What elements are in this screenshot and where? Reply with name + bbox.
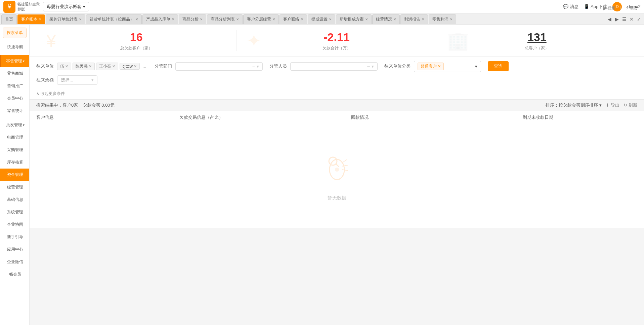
unit-tag-0: 伍 ✕ — [57, 63, 71, 70]
tab-home[interactable]: 首页 — [1, 14, 17, 24]
unit-class-select[interactable]: 普通客户 ✕ ▾ — [414, 61, 481, 72]
message-icon: 💬 — [563, 4, 568, 9]
stat-debt-amount: ✦ -2.11 欠款合计（万） — [237, 30, 437, 51]
tab-close-btn[interactable]: ✕ — [172, 17, 174, 21]
tab-menu-btn[interactable]: ☰ — [620, 15, 628, 23]
stat-value-debt-amount: -2.11 — [324, 30, 350, 44]
logo-text: 畅捷通好生意 标版 — [17, 2, 40, 11]
sidebar-item-new-guide[interactable]: 新手引导 — [0, 231, 29, 243]
chevron-icon: ▾ — [23, 59, 25, 63]
content-area: ¥ 16 总欠款客户（家） ✦ -2.11 欠款合计（万） 🏢 131 总客户（… — [30, 25, 644, 325]
remove-unit-tag-1[interactable]: ✕ — [89, 64, 92, 69]
department-select[interactable]: ··· ▾ — [175, 62, 263, 71]
query-btn[interactable]: 查询 — [488, 61, 509, 71]
tab-customer-balance[interactable]: 客户账本 ✕ — [17, 14, 45, 24]
sidebar-item-retail-mgmt[interactable]: 零售管理 ▾ — [0, 55, 29, 67]
tab-close-btn[interactable]: ✕ — [450, 17, 453, 21]
sidebar-item-batch-mgmt[interactable]: 批发管理 ▾ — [0, 119, 29, 131]
tab-close-btn[interactable]: ✕ — [301, 17, 303, 21]
tab-product-inbound[interactable]: 产成品入库单 ✕ — [142, 14, 178, 24]
sidebar-item-finance[interactable]: 资金管理 — [0, 169, 29, 181]
tab-bar: 首页 客户账本 ✕ 采购订单统计表 ✕ 进货单统计表（按商品） ✕ 产成品入库单… — [0, 13, 644, 25]
tab-next-btn[interactable]: ▶ — [613, 15, 620, 23]
sidebar-item-quick-nav[interactable]: 快捷导航 — [0, 41, 29, 53]
tab-close-btn[interactable]: ✕ — [135, 17, 138, 21]
remove-unit-tag-2[interactable]: ✕ — [112, 64, 115, 69]
remain-amount-select[interactable]: 选择... ▾ — [57, 75, 97, 85]
sidebar-item-member-center[interactable]: 会员中心 — [0, 92, 29, 105]
tab-product-analysis-list[interactable]: 商品分析列表 ✕ — [207, 14, 243, 24]
export-btn[interactable]: ⬇ 导出 — [606, 102, 619, 108]
tab-prev-btn[interactable]: ◀ — [606, 15, 613, 23]
filter-row-1: 往来单位 伍 ✕ 陈民强 ✕ 王小亮 ✕ cjttcw — [36, 61, 637, 72]
tab-close-btn[interactable]: ✕ — [79, 17, 82, 21]
sidebar-item-retail-mall[interactable]: 零售商城 — [0, 67, 29, 80]
unit-class-arrow: ▾ — [475, 64, 477, 69]
remain-amount-arrow: ▾ — [91, 77, 94, 82]
dept-more-btn[interactable]: ··· — [252, 65, 255, 68]
refresh-btn[interactable]: ↻ 刷新 — [624, 102, 637, 108]
tab-purchase-order-stats[interactable]: 采购订单统计表 ✕ — [46, 14, 85, 24]
sidebar-item-enterprise-wechat[interactable]: 企业微信 — [0, 256, 29, 268]
search-menu-btn[interactable]: 搜索菜单 — [3, 28, 27, 38]
staff-more-btn[interactable]: ··· — [367, 65, 370, 68]
sidebar-item-enterprise-collab[interactable]: 企业协同 — [0, 218, 29, 231]
col-header-repay: 回款情况 — [351, 114, 523, 120]
unit-label: 往来单位 — [36, 63, 54, 69]
tab-close-btn[interactable]: ✕ — [39, 17, 41, 21]
tab-close-btn[interactable]: ✕ — [272, 17, 275, 21]
unit-tag-3: cjttcw ✕ — [120, 63, 140, 70]
sidebar-item-retail-stats[interactable]: 零售统计 — [0, 105, 29, 117]
tab-close-all-btn[interactable]: ✕ — [628, 15, 635, 23]
tab-customer-contact[interactable]: 客户联络 ✕ — [280, 14, 307, 24]
unit-tags-more[interactable]: ... — [141, 63, 148, 70]
tab-close-btn[interactable]: ✕ — [329, 17, 332, 21]
tab-expand-btn[interactable]: ⤢ — [635, 15, 643, 23]
sidebar-item-basic-info[interactable]: 基础信息 — [0, 193, 29, 206]
department-label: 分管部门 — [155, 63, 172, 69]
sidebar-item-app-center[interactable]: 应用中心 — [0, 243, 29, 256]
collapse-btn[interactable]: ∧ 收起更多条件 — [36, 88, 637, 99]
sidebar-item-purchase-mgmt[interactable]: 采购管理 — [0, 144, 29, 156]
refresh-icon: ↻ — [624, 103, 627, 108]
message-btn[interactable]: 💬 消息 — [563, 4, 578, 10]
stat-icon-1: ¥ — [46, 31, 56, 51]
tab-retail-profit[interactable]: 零售利润 ✕ — [429, 14, 456, 24]
staff-label: 分管人员 — [269, 63, 287, 69]
sidebar-item-marketing[interactable]: 营销推广 — [0, 80, 29, 92]
filter-row-2: 往来余额 选择... ▾ — [36, 75, 637, 85]
collapse-icon: ∧ — [36, 91, 39, 96]
tab-close-btn[interactable]: ✕ — [422, 17, 424, 21]
stat-value-debt-customers: 16 — [130, 30, 143, 44]
remove-unit-tag-0[interactable]: ✕ — [65, 64, 68, 69]
col-header-date: 到期未收款日期 — [523, 114, 637, 120]
stat-icon-2: ✦ — [247, 31, 261, 51]
col-header-customer: 客户信息 — [36, 114, 179, 120]
tab-close-btn[interactable]: ✕ — [365, 17, 368, 21]
tab-close-btn[interactable]: ✕ — [393, 17, 396, 21]
sidebar-item-system-mgmt[interactable]: 系统管理 — [0, 206, 29, 218]
tab-product-analysis[interactable]: 商品分析 ✕ — [179, 14, 206, 24]
remove-unit-class-tag[interactable]: ✕ — [438, 64, 441, 69]
tab-close-btn[interactable]: ✕ — [200, 17, 203, 21]
remove-unit-tag-3[interactable]: ✕ — [134, 64, 137, 69]
system-select[interactable]: 母婴行业演示帐套 ▾ — [43, 2, 89, 11]
tab-new-improve[interactable]: 新增提成方案 ✕ — [336, 14, 372, 24]
sort-select[interactable]: 排序：按欠款金额倒序排序 ▾ — [546, 102, 602, 108]
sidebar-item-vip-member[interactable]: 畅会员 — [0, 268, 29, 281]
tab-customer-tier[interactable]: 客户分层经营 ✕ — [243, 14, 279, 24]
staff-select[interactable]: ··· ▾ — [290, 62, 378, 71]
sidebar-item-ops-mgmt[interactable]: 经营管理 — [0, 181, 29, 193]
tab-business-status[interactable]: 经营情况 ✕ — [372, 14, 400, 24]
tab-improve-settings[interactable]: 提成设置 ✕ — [308, 14, 335, 24]
tab-close-btn[interactable]: ✕ — [236, 17, 239, 21]
sidebar-item-ecommerce[interactable]: 电商管理 — [0, 131, 29, 144]
sidebar-item-inventory[interactable]: 库存核算 — [0, 156, 29, 169]
table-header: 客户信息 欠款交易信息（占比） 回款情况 到期未收款日期 — [30, 111, 644, 124]
stat-label-total-customers: 总客户（家） — [525, 45, 549, 51]
tab-purchase-stats-by-product[interactable]: 进货单统计表（按商品） ✕ — [86, 14, 142, 24]
empty-text: 暂无数据 — [328, 195, 346, 201]
logo-icon: ¥ — [3, 1, 15, 13]
result-actions: 排序：按欠款金额倒序排序 ▾ ⬇ 导出 ↻ 刷新 — [546, 102, 637, 108]
tab-profit-report[interactable]: 利润报告 ✕ — [400, 14, 428, 24]
